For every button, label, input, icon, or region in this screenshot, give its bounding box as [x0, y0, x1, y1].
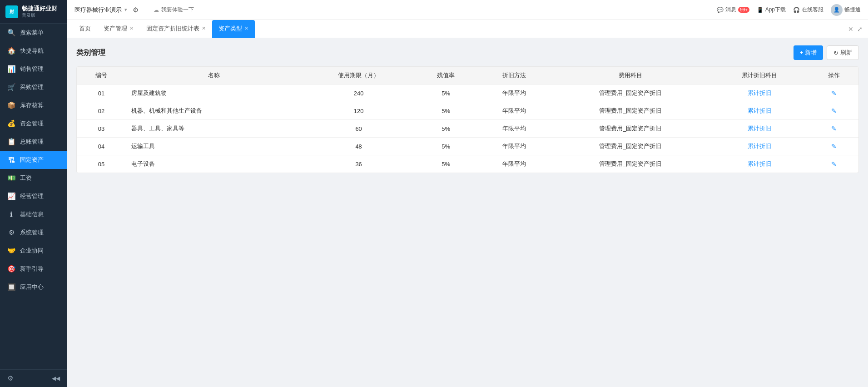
sidebar-item-label: 采购管理 [20, 83, 44, 91]
edit-icon[interactable]: ✎ [831, 107, 837, 114]
topbar: 医疗器械行业演示 ▾ ⚙ ☁ 我要体验一下 💬 消息 99+ 📱 App下载 🎧 [67, 0, 868, 20]
asset-type-table: 编号名称使用期限（月）残值率折旧方法费用科目累计折旧科目操作 01 房屋及建筑物… [77, 67, 858, 173]
sidebar-item-sales[interactable]: 📊 销售管理 [0, 60, 67, 78]
sidebar-item-label: 工资 [20, 174, 32, 182]
sidebar-item-label: 基础信息 [20, 210, 44, 218]
cell-period: 48 [302, 138, 415, 155]
tab-label: 资产类型 [218, 25, 242, 33]
sidebar-item-inventory[interactable]: 📦 库存核算 [0, 96, 67, 114]
user-menu[interactable]: 👤 畅捷通 [831, 4, 861, 16]
sidebar-item-fixed-assets[interactable]: 🏗 固定资产 [0, 151, 67, 169]
sidebar-item-label: 应用中心 [20, 283, 44, 291]
tab-label: 资产管理 [104, 25, 127, 33]
col-header-0: 编号 [77, 67, 126, 84]
maximize-icon[interactable]: ⤢ [857, 25, 863, 33]
cell-accumulated[interactable]: 累计折旧 [709, 84, 809, 102]
new-button[interactable]: + 新增 [794, 45, 823, 60]
sidebar-item-cooperation[interactable]: 🤝 企业协同 [0, 242, 67, 260]
inventory-icon: 📦 [7, 101, 15, 109]
tab-asset-mgmt[interactable]: 资产管理✕ [97, 20, 140, 38]
sidebar-item-label: 企业协同 [20, 247, 44, 255]
messages-button[interactable]: 💬 消息 99+ [717, 6, 749, 14]
topbar-right: 💬 消息 99+ 📱 App下载 🎧 在线客服 👤 畅捷通 [717, 4, 861, 16]
sidebar-item-search[interactable]: 🔍 搜索菜单 [0, 24, 67, 42]
download-icon: 📱 [757, 7, 764, 13]
cell-name: 器具、工具、家具等 [126, 120, 303, 138]
guide-icon: 🎯 [7, 265, 15, 273]
cell-name: 运输工具 [126, 138, 303, 155]
tab-label: 首页 [79, 25, 91, 33]
cell-method: 年限平均 [477, 155, 551, 173]
table-row: 01 房屋及建筑物 240 5% 年限平均 管理费用_固定资产折旧 累计折旧 ✎ [77, 84, 858, 102]
app-center-icon: 🔲 [7, 283, 15, 291]
sidebar-footer: ⚙ ◀◀ [0, 369, 67, 387]
logo-icon: 财 [5, 5, 18, 18]
topbar-divider [146, 5, 146, 15]
cell-actions: ✎ [809, 120, 858, 138]
sidebar-item-ledger[interactable]: 📋 总账管理 [0, 133, 67, 151]
cell-accumulated[interactable]: 累计折旧 [709, 155, 809, 173]
tab-home[interactable]: 首页 [73, 20, 97, 38]
topbar-settings-icon[interactable]: ⚙ [133, 6, 139, 14]
table-row: 04 运输工具 48 5% 年限平均 管理费用_固定资产折旧 累计折旧 ✎ [77, 138, 858, 155]
close-window-icon[interactable]: ✕ [848, 25, 853, 33]
tab-close-icon[interactable]: ✕ [244, 25, 248, 31]
cell-accumulated[interactable]: 累计折旧 [709, 120, 809, 138]
cell-actions: ✎ [809, 138, 858, 155]
tab-close-icon[interactable]: ✕ [202, 25, 206, 31]
sidebar-item-operations[interactable]: 📈 经营管理 [0, 187, 67, 205]
page-content: 类别管理 + 新增 ↻ 刷新 编号名称使用期限（月）残值率折旧方法费用科目累计折… [67, 38, 868, 387]
cell-actions: ✎ [809, 84, 858, 102]
cell-code: 02 [77, 102, 126, 120]
collapse-icon[interactable]: ◀◀ [52, 375, 60, 382]
payroll-icon: 💵 [7, 174, 15, 182]
cell-expense: 管理费用_固定资产折旧 [551, 138, 709, 155]
sidebar-item-label: 资金管理 [20, 119, 44, 128]
sidebar-item-payroll[interactable]: 💵 工资 [0, 169, 67, 187]
sidebar-item-app-center[interactable]: 🔲 应用中心 [0, 278, 67, 296]
edit-icon[interactable]: ✎ [831, 143, 837, 150]
experience-button[interactable]: ☁ 我要体验一下 [154, 6, 194, 14]
cell-method: 年限平均 [477, 138, 551, 155]
basic-info-icon: ℹ [7, 210, 15, 218]
sidebar-item-fund[interactable]: 💰 资金管理 [0, 114, 67, 133]
tab-close-icon[interactable]: ✕ [129, 25, 134, 31]
edit-icon[interactable]: ✎ [831, 125, 837, 132]
sidebar-nav: 🔍 搜索菜单 🏠 快捷导航 📊 销售管理 🛒 采购管理 📦 库存核算 💰 资金管… [0, 24, 67, 369]
tab-asset-type[interactable]: 资产类型✕ [212, 20, 255, 38]
sidebar-item-label: 固定资产 [20, 156, 44, 164]
fixed-assets-icon: 🏗 [7, 156, 15, 164]
cell-accumulated[interactable]: 累计折旧 [709, 102, 809, 120]
sidebar-item-guide[interactable]: 🎯 新手引导 [0, 260, 67, 278]
system-icon: ⚙ [7, 228, 15, 237]
settings-icon[interactable]: ⚙ [7, 374, 13, 382]
cell-code: 04 [77, 138, 126, 155]
data-table-wrap: 编号名称使用期限（月）残值率折旧方法费用科目累计折旧科目操作 01 房屋及建筑物… [76, 66, 859, 173]
cell-expense: 管理费用_固定资产折旧 [551, 84, 709, 102]
cell-expense: 管理费用_固定资产折旧 [551, 102, 709, 120]
refresh-button[interactable]: ↻ 刷新 [827, 45, 859, 60]
edit-icon[interactable]: ✎ [831, 89, 837, 97]
cell-residual: 5% [415, 138, 477, 155]
online-service-button[interactable]: 🎧 在线客服 [793, 6, 823, 14]
edit-icon[interactable]: ✎ [831, 160, 837, 168]
sidebar-item-label: 库存核算 [20, 101, 44, 109]
dropdown-arrow-icon: ▾ [124, 7, 127, 13]
messages-label: 消息 [725, 6, 736, 14]
demo-selector[interactable]: 医疗器械行业演示 ▾ [74, 6, 127, 14]
messages-badge: 99+ [738, 7, 749, 13]
sidebar-item-basic-info[interactable]: ℹ 基础信息 [0, 205, 67, 223]
sidebar-item-label: 新手引导 [20, 265, 44, 273]
sidebar-item-purchase[interactable]: 🛒 采购管理 [0, 78, 67, 96]
cell-name: 房屋及建筑物 [126, 84, 303, 102]
sidebar-item-label: 系统管理 [20, 228, 44, 237]
sidebar-item-quick-nav[interactable]: 🏠 快捷导航 [0, 42, 67, 60]
app-download-button[interactable]: 📱 App下载 [757, 6, 786, 14]
cell-accumulated[interactable]: 累计折旧 [709, 138, 809, 155]
tab-depreciation[interactable]: 固定资产折旧统计表✕ [140, 20, 212, 38]
cell-code: 01 [77, 84, 126, 102]
table-row: 02 机器、机械和其他生产设备 120 5% 年限平均 管理费用_固定资产折旧 … [77, 102, 858, 120]
page-actions: + 新增 ↻ 刷新 [794, 45, 859, 60]
app-version: 普及版 [22, 12, 57, 18]
sidebar-item-system[interactable]: ⚙ 系统管理 [0, 223, 67, 242]
